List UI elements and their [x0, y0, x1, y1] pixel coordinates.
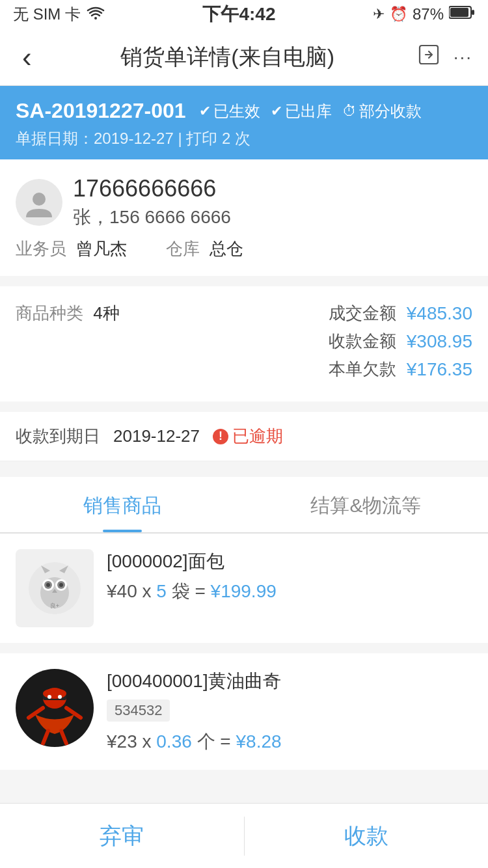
- list-item: 良+ [0000002]面包 ¥40 x 5 袋 = ¥199.99: [0, 534, 488, 643]
- order-statuses: ✔ 已生效 ✔ 已出库 ⏱ 部分收款: [199, 101, 422, 122]
- product-types: 商品种类 4种: [16, 302, 120, 325]
- tabs-section: 销售商品 结算&物流等: [0, 472, 488, 770]
- battery-text: 87%: [413, 5, 444, 23]
- svg-rect-3: [472, 10, 474, 15]
- no-sim-text: 无 SIM 卡: [13, 4, 81, 25]
- cancel-button[interactable]: 弃审: [0, 808, 244, 864]
- customer-meta: 业务员 曾凡杰 仓库 总仓: [16, 237, 472, 260]
- customer-contact: 张，156 6666 6666: [73, 205, 231, 230]
- nav-actions: ···: [417, 43, 472, 72]
- order-date: 单据日期：2019-12-27 | 打印 2 次: [16, 128, 472, 149]
- status-partial: ⏱ 部分收款: [342, 101, 422, 122]
- customer-info: 17666666666 张，156 6666 6666: [73, 175, 231, 230]
- product-name: [0000002]面包: [107, 549, 472, 574]
- avatar: [16, 179, 62, 226]
- product-price-2: ¥23 x 0.36 个 = ¥8.28: [107, 729, 472, 754]
- products-list: 良+ [0000002]面包 ¥40 x 5 袋 = ¥199.99: [0, 534, 488, 770]
- status-right: ✈ ⏰ 87%: [373, 5, 475, 23]
- overdue-icon: !: [213, 429, 228, 444]
- svg-point-5: [33, 193, 46, 206]
- svg-point-21: [43, 688, 66, 699]
- svg-point-22: [47, 695, 51, 699]
- order-banner: SA-20191227-001 ✔ 已生效 ✔ 已出库 ⏱ 部分收款 单据日期：…: [0, 86, 488, 159]
- nav-bar: ‹ 销货单详情(来自电脑) ···: [0, 29, 488, 86]
- warehouse-meta: 仓库 总仓: [166, 237, 243, 260]
- list-item: [000400001]黄油曲奇 534532 ¥23 x 0.36 个 = ¥8…: [0, 653, 488, 770]
- tab-sales-products[interactable]: 销售商品: [0, 477, 244, 532]
- svg-text:良+: 良+: [50, 603, 59, 609]
- status-time: 下午4:42: [202, 2, 275, 27]
- svg-point-13: [59, 583, 63, 587]
- tabs: 销售商品 结算&物流等: [0, 477, 488, 534]
- svg-point-12: [46, 583, 50, 587]
- deal-amount-row: 成交金额 ¥485.30: [329, 302, 472, 325]
- battery-icon: [449, 5, 475, 23]
- product-info-2: [000400001]黄油曲奇 534532 ¥23 x 0.36 个 = ¥8…: [107, 669, 472, 754]
- salesperson-meta: 业务员 曾凡杰: [16, 237, 127, 260]
- product-name-2: [000400001]黄油曲奇: [107, 669, 472, 694]
- more-icon[interactable]: ···: [454, 47, 472, 68]
- location-icon: ✈: [373, 6, 385, 23]
- due-section: 收款到期日 2019-12-27 ! 已逾期: [0, 412, 488, 461]
- confirm-button[interactable]: 收款: [245, 808, 489, 864]
- alarm-icon: ⏰: [390, 6, 407, 23]
- overdue-badge: ! 已逾期: [213, 425, 283, 448]
- product-thumbnail: 良+: [16, 549, 94, 627]
- bottom-bar: 弃审 收款: [0, 803, 488, 868]
- status-shipped: ✔ 已出库: [271, 101, 332, 122]
- status-bar: 无 SIM 卡 下午4:42 ✈ ⏰ 87%: [0, 0, 488, 29]
- status-effective: ✔ 已生效: [199, 101, 260, 122]
- wifi-icon: [86, 5, 105, 23]
- page-title: 销货单详情(来自电脑): [38, 42, 417, 72]
- received-amount-row: 收款金额 ¥308.95: [329, 330, 472, 353]
- customer-section: 17666666666 张，156 6666 6666 业务员 曾凡杰 仓库 总…: [0, 159, 488, 276]
- owed-amount-row: 本单欠款 ¥176.35: [329, 358, 472, 381]
- tab-settlement[interactable]: 结算&物流等: [244, 477, 488, 532]
- status-left: 无 SIM 卡: [13, 4, 105, 25]
- svg-point-23: [58, 695, 62, 699]
- product-thumbnail-2: [16, 669, 94, 747]
- back-button[interactable]: ‹: [16, 34, 38, 80]
- product-tag: 534532: [107, 699, 170, 722]
- summary-section: 商品种类 4种 成交金额 ¥485.30 收款金额 ¥308.95 本单欠款 ¥…: [0, 286, 488, 401]
- customer-id: 17666666666: [73, 175, 231, 202]
- svg-rect-2: [450, 8, 468, 17]
- order-id: SA-20191227-001: [16, 99, 186, 123]
- product-price: ¥40 x 5 袋 = ¥199.99: [107, 579, 472, 604]
- product-info: [0000002]面包 ¥40 x 5 袋 = ¥199.99: [107, 549, 472, 627]
- svg-point-0: [94, 17, 97, 20]
- share-icon[interactable]: [417, 43, 441, 72]
- amounts: 成交金额 ¥485.30 收款金额 ¥308.95 本单欠款 ¥176.35: [329, 302, 472, 386]
